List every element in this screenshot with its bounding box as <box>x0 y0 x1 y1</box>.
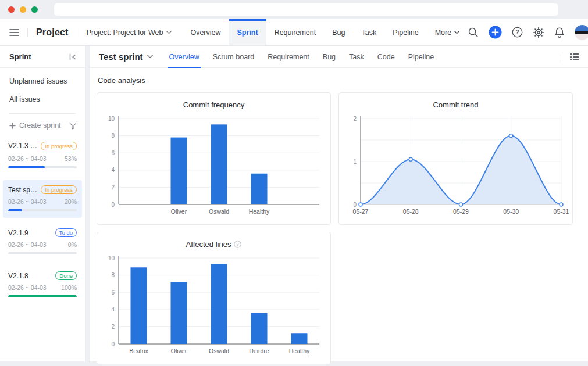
affected-lines-chart: 0246810BeatrixOliverOswaldDeirdreHealthy <box>98 251 330 359</box>
sprint-item-test-sprint[interactable]: Test sprintIn progress02-26 ~ 04-0320% <box>3 180 82 218</box>
tab-requirement[interactable]: Requirement <box>262 46 315 68</box>
svg-text:Oswald: Oswald <box>209 347 229 354</box>
data-point-05-27 <box>359 203 362 206</box>
create-sprint-button[interactable]: Create sprint <box>0 114 85 131</box>
svg-text:Oswald: Oswald <box>209 208 229 215</box>
settings-gear-icon[interactable] <box>533 27 544 38</box>
sprint-item-v2-1-8[interactable]: V2.1.8Done02-26 ~ 04-03100% <box>3 266 82 304</box>
nav-item-label: Bug <box>332 28 345 37</box>
nav-item-label: Task <box>361 28 376 37</box>
notifications-bell-icon[interactable] <box>554 27 565 38</box>
tab-scrum-board[interactable]: Scrum board <box>207 46 261 68</box>
svg-text:0: 0 <box>111 341 115 347</box>
svg-text:05-31: 05-31 <box>554 208 569 215</box>
bar-healthy <box>251 174 268 204</box>
svg-text:10: 10 <box>108 255 115 261</box>
bar-oswald <box>211 264 227 344</box>
window-zoom-button[interactable] <box>31 6 38 13</box>
browser-chrome <box>0 0 588 19</box>
search-icon[interactable] <box>468 27 479 38</box>
data-point-05-28 <box>409 157 412 161</box>
nav-item-more[interactable]: More <box>427 19 468 45</box>
status-badge: Done <box>55 271 77 280</box>
nav-item-pipeline[interactable]: Pipeline <box>384 19 426 45</box>
status-badge: In progress <box>41 185 77 194</box>
tab-pipeline[interactable]: Pipeline <box>402 46 440 68</box>
chart-title-row: Commit trend <box>339 101 572 109</box>
chevron-down-icon <box>147 55 153 59</box>
user-avatar[interactable] <box>575 25 588 40</box>
sprint-item-v2-1-3-[interactable]: V2.1.3 迭代In progress02-26 ~ 04-0353% <box>3 136 82 175</box>
svg-text:Oliver: Oliver <box>171 347 187 354</box>
sprint-tabs: OverviewScrum boardRequirementBugTaskCod… <box>163 46 442 68</box>
commit-frequency-chart: 0246810OliverOswaldHealthy <box>98 112 330 220</box>
svg-text:0: 0 <box>111 202 115 208</box>
svg-text:8: 8 <box>111 272 115 278</box>
help-circle-icon[interactable]: ? <box>234 241 241 248</box>
chart-card-commit-frequency: Commit frequency 0246810OliverOswaldHeal… <box>97 92 331 225</box>
sprint-title-dropdown[interactable]: Test sprint <box>99 52 153 62</box>
screen: Project Project: Project for Web Overvie… <box>0 0 588 361</box>
sprint-item-v2-1-9[interactable]: V2.1.9To do02-26 ~ 04-030% <box>3 223 82 261</box>
divider <box>27 28 28 37</box>
sidebar-link-all-issues[interactable]: All issues <box>9 95 76 103</box>
svg-text:Healthy: Healthy <box>289 347 310 354</box>
nav-item-bug[interactable]: Bug <box>324 19 353 45</box>
window-controls <box>8 6 38 13</box>
sprint-list: V2.1.3 迭代In progress02-26 ~ 04-0353%Test… <box>0 136 85 304</box>
sprint-title: Test sprint <box>99 52 143 62</box>
svg-text:4: 4 <box>111 167 115 173</box>
status-badge: To do <box>55 228 77 237</box>
chart-card-commit-trend: Commit trend 01205-2705-2805-2905-3005-3… <box>338 92 573 225</box>
filter-funnel-icon[interactable] <box>69 122 77 130</box>
plus-icon <box>9 123 16 129</box>
chart-title: Commit trend <box>433 101 478 109</box>
data-point-05-30 <box>509 134 513 138</box>
create-new-icon[interactable] <box>489 26 502 39</box>
svg-text:Beatrix: Beatrix <box>129 347 148 354</box>
svg-text:05-27: 05-27 <box>353 208 369 215</box>
progress-fill <box>8 166 45 168</box>
progress-fill <box>8 295 77 297</box>
collapse-sidebar-icon[interactable] <box>69 53 77 60</box>
commit-trend-chart: 01205-2705-2805-2905-3005-31 <box>340 112 572 220</box>
sprint-name: V2.1.8 <box>8 272 28 280</box>
svg-text:?: ? <box>237 242 240 247</box>
help-icon[interactable]: ? <box>512 27 523 38</box>
svg-text:2: 2 <box>353 116 357 122</box>
tab-overview[interactable]: Overview <box>163 46 205 68</box>
data-point-05-31 <box>560 203 563 206</box>
chart-title-row: Commit frequency <box>97 101 330 109</box>
window-minimize-button[interactable] <box>20 6 26 13</box>
nav-item-label: Sprint <box>237 28 258 37</box>
sprint-date-range: 02-26 ~ 04-03 <box>8 198 47 205</box>
sprint-name: V2.1.3 迭代 <box>8 141 38 151</box>
svg-text:6: 6 <box>111 150 115 156</box>
sprint-item-meta: 02-26 ~ 04-030% <box>8 241 77 248</box>
svg-text:4: 4 <box>111 306 115 313</box>
tab-code[interactable]: Code <box>372 46 401 68</box>
svg-text:05-29: 05-29 <box>453 208 469 215</box>
section-title: Code analysis <box>97 76 581 85</box>
sprint-item-header: V2.1.3 迭代In progress <box>8 141 77 151</box>
window-close-button[interactable] <box>8 6 15 13</box>
hamburger-menu-icon[interactable] <box>9 28 19 37</box>
sidebar-header: Sprint <box>0 46 85 68</box>
svg-text:10: 10 <box>108 116 115 122</box>
project-switcher[interactable]: Project: Project for Web <box>87 28 172 37</box>
header-right-tools <box>562 52 579 62</box>
data-point-05-29 <box>459 203 463 206</box>
nav-item-task[interactable]: Task <box>353 19 384 45</box>
nav-item-sprint[interactable]: Sprint <box>229 19 266 45</box>
nav-item-requirement[interactable]: Requirement <box>266 19 325 45</box>
tab-task[interactable]: Task <box>343 46 370 68</box>
sprint-date-range: 02-26 ~ 04-03 <box>8 284 47 291</box>
sidebar-link-unplanned-issues[interactable]: Unplanned issues <box>9 77 76 85</box>
nav-item-overview[interactable]: Overview <box>182 19 229 45</box>
sprint-sidebar: Sprint Unplanned issuesAll issues Create… <box>0 46 85 361</box>
sprint-name: V2.1.9 <box>8 229 28 237</box>
charts-grid: Commit frequency 0246810OliverOswaldHeal… <box>97 92 581 364</box>
tab-bug[interactable]: Bug <box>317 46 341 68</box>
list-view-icon[interactable] <box>570 53 579 60</box>
address-bar[interactable] <box>54 3 558 16</box>
